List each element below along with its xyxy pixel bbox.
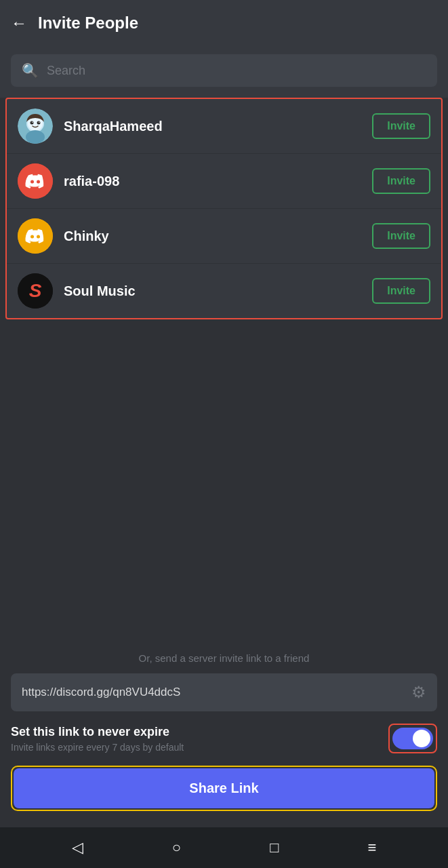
invite-button-rafia[interactable]: Invite [372, 168, 430, 194]
svg-point-6 [39, 121, 40, 123]
username: SharqaHameed [64, 119, 361, 134]
expire-title: Set this link to never expire [11, 725, 388, 739]
avatar: S [18, 273, 53, 309]
search-input[interactable] [47, 64, 426, 78]
expire-subtitle: Invite links expire every 7 days by defa… [11, 742, 388, 753]
android-recents-icon[interactable]: □ [270, 839, 279, 856]
search-icon: 🔍 [22, 62, 39, 79]
invite-button-soul-music[interactable]: Invite [372, 278, 430, 304]
svg-point-13 [37, 235, 40, 239]
expire-row: Set this link to never expire Invite lin… [11, 724, 437, 753]
spacer [0, 319, 448, 639]
svg-point-5 [32, 121, 33, 123]
svg-point-12 [30, 235, 34, 239]
never-expire-toggle[interactable] [392, 728, 433, 749]
expire-text: Set this link to never expire Invite lin… [11, 725, 388, 753]
page-title: Invite People [38, 14, 138, 33]
toggle-knob [413, 730, 430, 747]
username: Chinky [64, 229, 361, 244]
or-text: Or, send a server invite link to a frien… [11, 652, 437, 664]
user-row: SharqaHameed Invite [7, 99, 441, 154]
android-menu-icon[interactable]: ≡ [368, 839, 377, 856]
username: rafia-098 [64, 174, 361, 189]
gear-icon[interactable]: ⚙ [411, 683, 426, 702]
avatar [18, 108, 53, 144]
svg-point-4 [37, 121, 41, 125]
svg-text:S: S [29, 280, 42, 301]
toggle-wrapper [388, 724, 437, 753]
back-button[interactable]: ← [11, 14, 27, 33]
user-list: SharqaHameed Invite rafia-098 Invite [5, 98, 443, 319]
svg-point-10 [37, 180, 40, 184]
avatar [18, 163, 53, 199]
android-nav-bar: ◁ ○ □ ≡ [0, 827, 448, 868]
share-link-button-wrapper: Share Link [11, 766, 437, 811]
user-row: rafia-098 Invite [7, 154, 441, 209]
username: Soul Music [64, 283, 361, 299]
bottom-section: Or, send a server invite link to a frien… [0, 639, 448, 827]
android-home-icon[interactable]: ○ [172, 839, 181, 856]
svg-point-3 [30, 121, 34, 125]
android-back-icon[interactable]: ◁ [72, 839, 83, 856]
user-row: S Soul Music Invite [7, 264, 441, 318]
invite-button-sharqahameed[interactable]: Invite [372, 113, 430, 139]
svg-point-7 [26, 130, 45, 144]
search-section: 🔍 [0, 46, 448, 98]
invite-link-box: https://discord.gg/qn8VU4ddcS ⚙ [11, 673, 437, 711]
svg-point-9 [30, 180, 34, 184]
invite-link-url: https://discord.gg/qn8VU4ddcS [22, 686, 180, 699]
user-row: Chinky Invite [7, 209, 441, 264]
share-link-button[interactable]: Share Link [14, 768, 434, 808]
invite-button-chinky[interactable]: Invite [372, 223, 430, 249]
search-box: 🔍 [11, 54, 437, 87]
header: ← Invite People [0, 0, 448, 46]
avatar [18, 218, 53, 254]
